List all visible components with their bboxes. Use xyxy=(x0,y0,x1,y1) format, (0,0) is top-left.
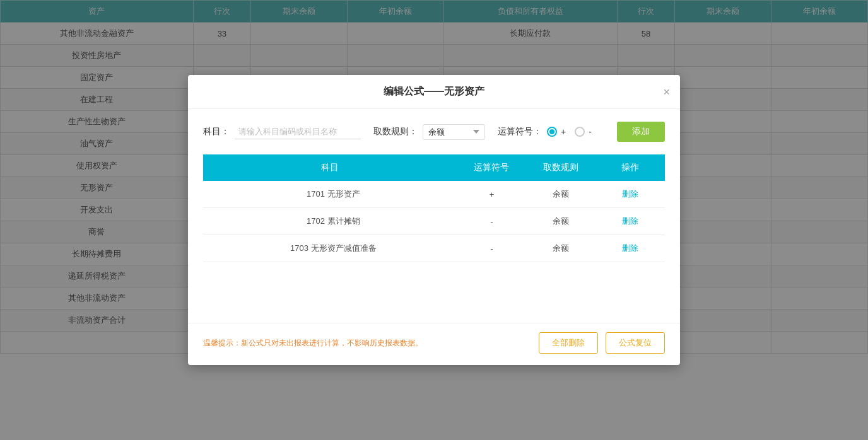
subject-input[interactable] xyxy=(235,124,361,139)
radio-plus-label: + xyxy=(561,127,566,137)
radio-plus[interactable]: + xyxy=(547,127,566,137)
modal-footer: 温馨提示：新公式只对未出报表进行计算，不影响历史报表数据。 全部删除 公式复位 xyxy=(188,323,680,365)
footer-buttons: 全部删除 公式复位 xyxy=(539,332,665,354)
subject-group: 科目： xyxy=(203,124,361,139)
radio-minus[interactable]: - xyxy=(575,127,592,137)
delete-row-button-0[interactable]: 删除 xyxy=(622,188,638,200)
formula-action-cell-0: 删除 xyxy=(595,181,665,208)
rule-label: 取数规则： xyxy=(373,126,418,137)
modal-dialog: 编辑公式——无形资产 × 科目： 取数规则： 余额 借方发生额 xyxy=(188,75,680,365)
table-header-rule: 取数规则 xyxy=(526,154,595,181)
modal-title: 编辑公式——无形资产 xyxy=(384,86,484,96)
form-row: 科目： 取数规则： 余额 借方发生额 贷方发生额 xyxy=(203,122,665,142)
hint-text: 温馨提示：新公式只对未出报表进行计算，不影响历史报表数据。 xyxy=(203,338,423,349)
formula-table-row: 1701 无形资产 + 余额 删除 xyxy=(203,181,665,208)
table-header-action: 操作 xyxy=(595,154,665,181)
radio-plus-circle xyxy=(547,127,557,137)
formula-rule-cell-2: 余额 xyxy=(526,235,595,262)
radio-minus-label: - xyxy=(589,127,592,137)
rule-select[interactable]: 余额 借方发生额 贷方发生额 xyxy=(423,124,485,140)
modal-overlay: 编辑公式——无形资产 × 科目： 取数规则： 余额 借方发生额 xyxy=(0,0,868,440)
modal-close-button[interactable]: × xyxy=(663,86,670,98)
reset-button[interactable]: 公式复位 xyxy=(606,332,665,354)
modal-header: 编辑公式——无形资产 × xyxy=(188,75,680,109)
formula-operator-cell-0: + xyxy=(457,181,527,208)
table-header-operator: 运算符号 xyxy=(457,154,527,181)
formula-table: 科目 运算符号 取数规则 操作 1701 无形资产 + 余额 删除 1702 累… xyxy=(203,154,665,262)
formula-rule-cell-0: 余额 xyxy=(526,181,595,208)
table-header-subject: 科目 xyxy=(203,154,457,181)
delete-row-button-1[interactable]: 删除 xyxy=(622,216,638,227)
subject-label: 科目： xyxy=(203,126,230,137)
delete-all-button[interactable]: 全部删除 xyxy=(539,332,598,354)
formula-operator-cell-1: - xyxy=(457,208,527,235)
hint-prefix: 温馨提示：新公式只对未出报表进行计算，不影响历史报表数据。 xyxy=(203,339,423,347)
radio-group: + - xyxy=(547,127,592,137)
operator-group: 运算符号： + - xyxy=(498,126,592,137)
radio-minus-circle xyxy=(575,127,585,137)
formula-subject-cell-2: 1703 无形资产减值准备 xyxy=(203,235,457,262)
formula-action-cell-1: 删除 xyxy=(595,208,665,235)
rule-group: 取数规则： 余额 借方发生额 贷方发生额 xyxy=(373,124,485,140)
modal-body: 科目： 取数规则： 余额 借方发生额 贷方发生额 xyxy=(188,109,680,323)
add-button[interactable]: 添加 xyxy=(617,122,665,142)
formula-rule-cell-1: 余额 xyxy=(526,208,595,235)
formula-subject-cell-1: 1702 累计摊销 xyxy=(203,208,457,235)
formula-table-row: 1702 累计摊销 - 余额 删除 xyxy=(203,208,665,235)
formula-table-row: 1703 无形资产减值准备 - 余额 删除 xyxy=(203,235,665,262)
delete-row-button-2[interactable]: 删除 xyxy=(622,243,638,254)
operator-label: 运算符号： xyxy=(498,126,542,137)
formula-action-cell-2: 删除 xyxy=(595,235,665,262)
rule-select-wrap: 余额 借方发生额 贷方发生额 xyxy=(423,124,485,140)
formula-operator-cell-2: - xyxy=(457,235,527,262)
formula-subject-cell-0: 1701 无形资产 xyxy=(203,181,457,208)
